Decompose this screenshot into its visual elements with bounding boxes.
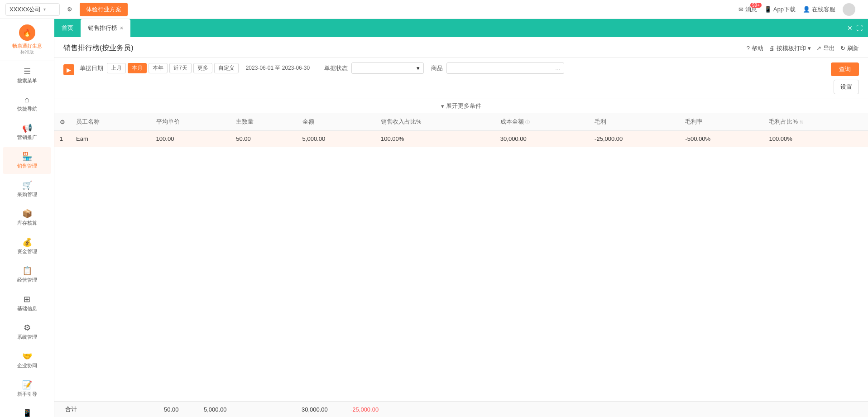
th-name: 员工名称: [71, 113, 151, 131]
status-label: 单据状态: [324, 64, 348, 72]
refresh-button[interactable]: ↻ 刷新: [840, 44, 859, 53]
footer-row: 合计 50.00 5,000.00 30,000.00 -25,000.00: [60, 405, 863, 413]
th-profit: 毛利: [589, 113, 680, 131]
chevron-down-icon: ▾: [43, 7, 46, 12]
logo-sub: 标准版: [20, 49, 34, 55]
goods-input[interactable]: ...: [446, 62, 564, 74]
status-select[interactable]: ▾: [351, 62, 424, 74]
footer-profit: -25,000.00: [350, 406, 396, 413]
goods-dots[interactable]: ...: [555, 65, 560, 72]
date-label: 单据日期: [80, 64, 103, 72]
filter-goods-item: 商品 ...: [431, 62, 564, 74]
expand-icon: ▾: [441, 103, 444, 110]
sidebar-item-inventory[interactable]: 📦 库存核算: [3, 204, 51, 231]
sidebar-item-shortcut[interactable]: ⌂ 快捷导航: [3, 91, 51, 117]
cell-rank: 1: [54, 131, 71, 147]
cost-info-icon[interactable]: ⓘ: [525, 120, 530, 125]
cell-profit: -25,000.00: [589, 131, 680, 147]
sidebar-item-sales[interactable]: 🏪 销售管理: [3, 147, 51, 174]
footer-cost: 30,000.00: [302, 406, 347, 413]
tab-home[interactable]: 首页: [54, 19, 81, 37]
sidebar-item-search[interactable]: ☰ 搜索菜单: [3, 62, 51, 89]
tab-close-window-icon[interactable]: ✕: [847, 24, 853, 32]
help-button[interactable]: ? 帮助: [747, 44, 763, 53]
date-btn-last-month[interactable]: 上月: [107, 63, 126, 73]
cell-cost: 30,000.00: [495, 131, 589, 147]
trial-button[interactable]: 体验行业方案: [80, 3, 128, 16]
company-settings-button[interactable]: ⚙: [63, 3, 76, 16]
sidebar-item-label: 基础信息: [17, 305, 37, 312]
notification-button[interactable]: ✉ 消息 99+: [739, 5, 757, 14]
profit-pct-sort-icon[interactable]: ⇅: [800, 120, 803, 125]
sidebar-item-guide[interactable]: 📝 新手引导: [3, 375, 51, 402]
refresh-icon: ↻: [840, 45, 845, 52]
sales-icon: 🏪: [22, 152, 32, 162]
export-label: 导出: [823, 44, 835, 53]
filter-expand-arrow[interactable]: ▶: [63, 64, 74, 75]
sidebar-item-system[interactable]: ⚙ 系统管理: [3, 318, 51, 345]
column-settings-icon[interactable]: ⚙: [60, 119, 65, 125]
cell-name: Eam: [71, 131, 151, 147]
tab-sales-ranking[interactable]: 销售排行榜 ×: [81, 19, 130, 37]
cell-avg-price: 100.00: [151, 131, 231, 147]
app-container: XXXXX公司 ▾ ⚙ 体验行业方案 ✉ 消息 99+ 📱 App下载 👤 在线…: [0, 0, 868, 417]
th-amount: 全额: [297, 113, 375, 131]
sidebar-item-label: 经营管理: [17, 277, 37, 283]
footer-qty: 50.00: [164, 406, 200, 413]
main-area: 🔥 畅康通好生意 标准版 ☰ 搜索菜单 ⌂ 快捷导航 📢 营销推广 🏪 销售管理: [0, 19, 868, 417]
tab-home-label: 首页: [62, 24, 73, 32]
sidebar-item-label: 新手引导: [17, 391, 37, 398]
avatar[interactable]: [843, 3, 855, 16]
company-selector[interactable]: XXXXX公司 ▾: [5, 3, 60, 16]
print-dropdown-icon: ▾: [808, 45, 811, 52]
th-avg-price: 平均单价: [151, 113, 231, 131]
search-menu-icon: ☰: [24, 67, 31, 77]
cell-profit-rate: -500.00%: [680, 131, 763, 147]
table-header-row: ⚙ 员工名称 平均单价 主数量: [54, 113, 868, 131]
sidebar-item-label: 库存核算: [17, 220, 37, 226]
date-btn-7days[interactable]: 近7天: [169, 63, 192, 73]
top-bar-left: XXXXX公司 ▾ ⚙ 体验行业方案: [5, 3, 739, 16]
date-btn-custom[interactable]: 自定义: [214, 63, 239, 73]
operations-icon: 📋: [22, 266, 32, 276]
date-btn-this-month[interactable]: 本月: [128, 63, 147, 73]
top-bar: XXXXX公司 ▾ ⚙ 体验行业方案 ✉ 消息 99+ 📱 App下载 👤 在线…: [0, 0, 868, 19]
date-btn-more[interactable]: 更多: [193, 63, 212, 73]
tab-maximize-icon[interactable]: ⛶: [856, 24, 863, 32]
table-row[interactable]: 1 Eam 100.00 50.00 5,000.00 100.00% 30,0…: [54, 131, 868, 147]
date-btn-this-year[interactable]: 本年: [149, 63, 168, 73]
cell-sales-pct: 100.00%: [375, 131, 495, 147]
date-btn-group: 上月 本月 本年 近7天 更多 自定义: [107, 63, 239, 73]
company-name: XXXXX公司: [10, 5, 41, 14]
expand-row: ▾ 展开更多条件: [54, 99, 868, 113]
appstore-icon: 📱: [22, 408, 32, 417]
export-button[interactable]: ↗ 导出: [816, 44, 835, 53]
sidebar-item-finance[interactable]: 💰 资金管理: [3, 233, 51, 259]
sidebar-item-marketing[interactable]: 📢 营销推广: [3, 119, 51, 145]
sidebar-logo: 🔥 畅康通好生意 标准版: [0, 19, 54, 61]
app-download-button[interactable]: 📱 App下载: [764, 5, 796, 14]
query-button[interactable]: 查询: [831, 62, 859, 76]
date-range: 2023-06-01 至 2023-06-30: [246, 64, 310, 72]
cell-profit-pct: 100.00%: [763, 131, 868, 147]
th-cost: 成本全额 ⓘ: [495, 113, 589, 131]
sidebar-item-purchase[interactable]: 🛒 采购管理: [3, 176, 51, 202]
status-dropdown-icon: ▾: [417, 65, 420, 72]
th-profit-rate: 毛利率: [680, 113, 763, 131]
print-button[interactable]: 🖨 按模板打印 ▾: [769, 44, 811, 53]
filter-row: 单据日期 上月 本月 本年 近7天 更多 自定义: [80, 62, 825, 74]
sidebar-item-operations[interactable]: 📋 经营管理: [3, 261, 51, 288]
sidebar-item-label: 销售管理: [17, 163, 37, 169]
sidebar-item-basic[interactable]: ⊞ 基础信息: [3, 290, 51, 316]
tab-close-icon[interactable]: ×: [120, 25, 123, 31]
online-service-button[interactable]: 👤 在线客服: [803, 5, 835, 14]
page-actions: ? 帮助 🖨 按模板打印 ▾ ↗ 导出 ↻: [747, 44, 859, 53]
help-label: 帮助: [752, 44, 763, 53]
sidebar-item-enterprise[interactable]: 🤝 企业协同: [3, 347, 51, 374]
table-container: ⚙ 员工名称 平均单价 主数量: [54, 113, 868, 401]
expand-more-button[interactable]: ▾ 展开更多条件: [441, 102, 481, 110]
th-sales-pct: 销售收入占比%: [375, 113, 495, 131]
settings-button[interactable]: 设置: [834, 80, 859, 94]
th-profit-pct: 毛利占比% ⇅: [763, 113, 868, 131]
sidebar-item-appstore[interactable]: 📱 应用中心: [3, 404, 51, 417]
